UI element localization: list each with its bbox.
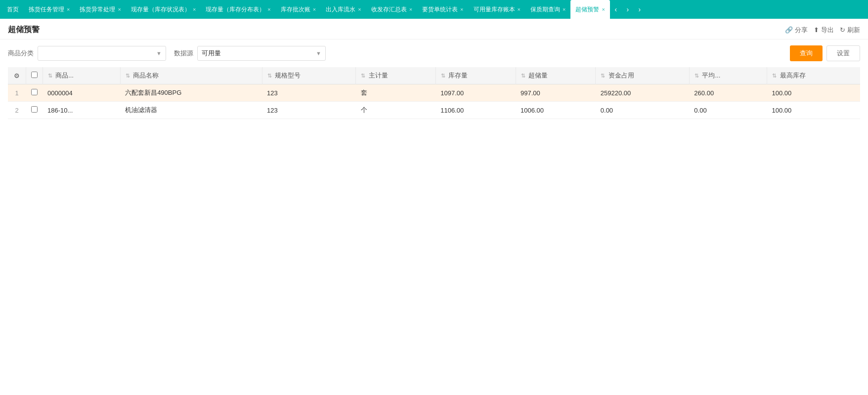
row-max-stock: 100.00 bbox=[767, 102, 860, 119]
data-table: ⚙ ⇅ 商品... ⇅ 商品名称 ⇅ 规格型号 bbox=[8, 67, 860, 119]
filter-area: 商品分类 ▼ 数据源 可用量 ▼ 查询 设置 bbox=[0, 40, 868, 67]
row-max-stock: 100.00 bbox=[767, 84, 860, 102]
data-source-filter: 数据源 可用量 ▼ bbox=[174, 46, 326, 61]
nav-item-task[interactable]: 拣货任务管理 × bbox=[24, 0, 75, 19]
row-spec: 123 bbox=[262, 84, 356, 102]
nav-item-stock-dist[interactable]: 现存量（库存分布表） × bbox=[201, 0, 275, 19]
close-icon[interactable]: × bbox=[193, 6, 196, 12]
nav-prev-button[interactable]: ‹ bbox=[610, 0, 622, 19]
table-container: ⚙ ⇅ 商品... ⇅ 商品名称 ⇅ 规格型号 bbox=[0, 67, 868, 119]
row-checkbox[interactable] bbox=[31, 89, 38, 95]
export-button[interactable]: ⬆ 导出 bbox=[814, 26, 834, 35]
nav-more-button[interactable]: › bbox=[634, 0, 646, 19]
col-avg[interactable]: ⇅ 平均... bbox=[689, 67, 767, 84]
row-over-qty: 1006.00 bbox=[516, 102, 596, 119]
row-product-code: 0000004 bbox=[43, 84, 120, 102]
row-checkbox[interactable] bbox=[31, 106, 38, 113]
product-category-select[interactable]: ▼ bbox=[38, 46, 166, 61]
close-icon[interactable]: × bbox=[460, 6, 463, 12]
chevron-down-icon: ▼ bbox=[156, 50, 162, 56]
chevron-down-icon: ▼ bbox=[316, 50, 321, 56]
product-category-filter: 商品分类 ▼ bbox=[8, 46, 166, 61]
table-header-row: ⚙ ⇅ 商品... ⇅ 商品名称 ⇅ 规格型号 bbox=[8, 67, 860, 84]
close-icon[interactable]: × bbox=[409, 6, 412, 12]
row-spec: 123 bbox=[262, 102, 356, 119]
row-checkbox-cell[interactable] bbox=[26, 84, 43, 102]
nav-item-home[interactable]: 首页 bbox=[2, 0, 24, 19]
row-unit: 个 bbox=[356, 102, 436, 119]
nav-item-overstock[interactable]: 超储预警 × bbox=[570, 0, 609, 19]
nav-next-button[interactable]: › bbox=[622, 0, 634, 19]
nav-item-summary[interactable]: 收发存汇总表 × bbox=[366, 0, 417, 19]
col-product-name[interactable]: ⇅ 商品名称 bbox=[120, 67, 262, 84]
data-source-value: 可用量 bbox=[202, 49, 221, 58]
page-title: 超储预警 bbox=[8, 25, 40, 35]
top-navigation: 首页 拣货任务管理 × 拣货异常处理 × 现存量（库存状况表） × 现存量（库存… bbox=[0, 0, 868, 19]
sort-icon: ⇅ bbox=[361, 73, 365, 79]
col-capital-used[interactable]: ⇅ 资金占用 bbox=[596, 67, 690, 84]
sort-icon: ⇅ bbox=[772, 73, 777, 79]
share-icon: 🔗 bbox=[785, 26, 793, 34]
row-capital-used: 0.00 bbox=[596, 102, 690, 119]
sort-icon: ⇅ bbox=[694, 73, 699, 79]
settings-button[interactable]: 设置 bbox=[826, 45, 860, 61]
close-icon[interactable]: × bbox=[313, 6, 316, 12]
col-spec[interactable]: ⇅ 规格型号 bbox=[262, 67, 356, 84]
col-stock-qty[interactable]: ⇅ 库存量 bbox=[435, 67, 516, 84]
sort-icon: ⇅ bbox=[521, 73, 525, 79]
row-number: 2 bbox=[8, 102, 26, 119]
table-row: 2 186-10... 机油滤清器 123 个 1106.00 1006.00 … bbox=[8, 102, 860, 119]
refresh-icon: ↻ bbox=[840, 26, 845, 34]
nav-item-batch[interactable]: 库存批次账 × bbox=[276, 0, 321, 19]
row-avg: 0.00 bbox=[689, 102, 767, 119]
row-stock-qty: 1097.00 bbox=[435, 84, 516, 102]
sort-icon: ⇅ bbox=[441, 73, 445, 79]
sort-icon: ⇅ bbox=[267, 73, 272, 79]
row-stock-qty: 1106.00 bbox=[435, 102, 516, 119]
share-button[interactable]: 🔗 分享 bbox=[785, 26, 808, 35]
data-source-label: 数据源 bbox=[174, 49, 193, 58]
row-number: 1 bbox=[8, 84, 26, 102]
row-checkbox-cell[interactable] bbox=[26, 102, 43, 119]
nav-item-available[interactable]: 可用量库存账本 × bbox=[469, 0, 525, 19]
row-product-name: 机油滤清器 bbox=[120, 102, 262, 119]
gear-column-header[interactable]: ⚙ bbox=[8, 67, 26, 84]
header-actions: 🔗 分享 ⬆ 导出 ↻ 刷新 bbox=[785, 26, 860, 35]
col-max-stock[interactable]: ⇅ 最高库存 bbox=[767, 67, 860, 84]
query-button[interactable]: 查询 bbox=[790, 45, 823, 61]
close-icon[interactable]: × bbox=[518, 6, 521, 12]
row-avg: 260.00 bbox=[689, 84, 767, 102]
nav-item-expiry[interactable]: 保质期查询 × bbox=[525, 0, 570, 19]
row-product-code: 186-10... bbox=[43, 102, 120, 119]
product-category-label: 商品分类 bbox=[8, 49, 34, 58]
table-body: 1 0000004 六配套新昌490BPG 123 套 1097.00 997.… bbox=[8, 84, 860, 119]
close-icon[interactable]: × bbox=[67, 6, 70, 12]
filter-buttons: 查询 设置 bbox=[790, 45, 860, 61]
row-over-qty: 997.00 bbox=[516, 84, 596, 102]
col-product-code[interactable]: ⇅ 商品... bbox=[43, 67, 120, 84]
close-icon[interactable]: × bbox=[563, 6, 565, 12]
sort-icon: ⇅ bbox=[126, 73, 130, 79]
close-icon[interactable]: × bbox=[602, 6, 605, 12]
page-container: 超储预警 🔗 分享 ⬆ 导出 ↻ 刷新 商品分类 ▼ 数据源 bbox=[0, 19, 868, 395]
close-icon[interactable]: × bbox=[358, 6, 361, 12]
data-source-select[interactable]: 可用量 ▼ bbox=[197, 46, 326, 61]
row-unit: 套 bbox=[356, 84, 436, 102]
close-icon[interactable]: × bbox=[118, 6, 121, 12]
nav-item-stock-status[interactable]: 现存量（库存状况表） × bbox=[126, 0, 201, 19]
table-row: 1 0000004 六配套新昌490BPG 123 套 1097.00 997.… bbox=[8, 84, 860, 102]
sort-icon: ⇅ bbox=[601, 73, 605, 79]
col-unit[interactable]: ⇅ 主计量 bbox=[356, 67, 436, 84]
refresh-button[interactable]: ↻ 刷新 bbox=[840, 26, 860, 35]
checkbox-column-header[interactable] bbox=[26, 67, 43, 84]
row-product-name: 六配套新昌490BPG bbox=[120, 84, 262, 102]
page-header: 超储预警 🔗 分享 ⬆ 导出 ↻ 刷新 bbox=[0, 19, 868, 40]
nav-item-exception[interactable]: 拣货异常处理 × bbox=[75, 0, 126, 19]
nav-item-demand[interactable]: 要货单统计表 × bbox=[417, 0, 468, 19]
nav-item-flow[interactable]: 出入库流水 × bbox=[321, 0, 366, 19]
col-over-qty[interactable]: ⇅ 超储量 bbox=[516, 67, 596, 84]
close-icon[interactable]: × bbox=[267, 6, 270, 12]
select-all-checkbox[interactable] bbox=[31, 72, 38, 78]
sort-icon: ⇅ bbox=[48, 73, 52, 79]
gear-icon: ⚙ bbox=[14, 72, 20, 79]
